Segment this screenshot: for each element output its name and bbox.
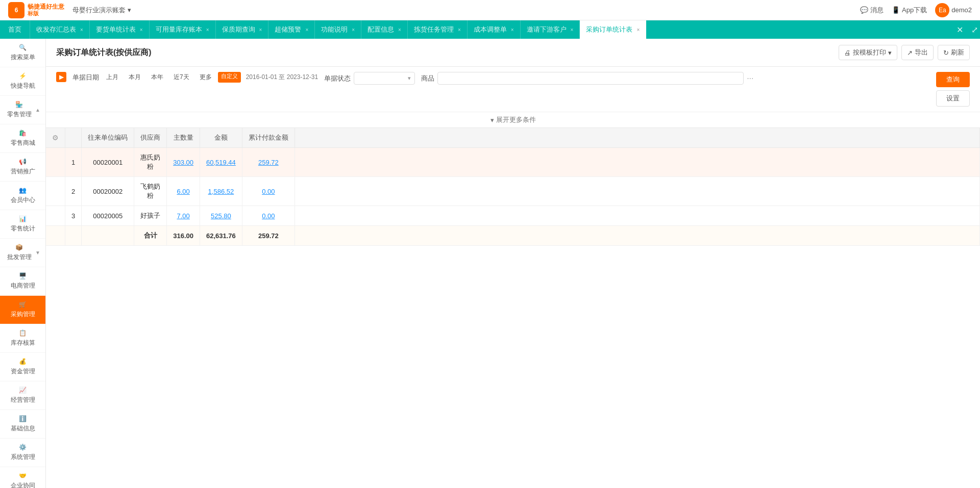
sidebar-item-retail-mgmt[interactable]: 🏪 零售管理 ▲ <box>0 96 45 124</box>
logo-icon: 6 <box>8 2 24 18</box>
sidebar-item-search[interactable]: 🔍 搜索菜单 <box>0 39 45 67</box>
date-shortcuts: 上月 本月 本年 近7天 更多 自定义 <box>102 72 241 83</box>
sidebar-item-basic-info[interactable]: ℹ️ 基础信息 <box>0 410 45 439</box>
shortcut-last-month[interactable]: 上月 <box>102 72 122 83</box>
status-select[interactable] <box>354 72 415 85</box>
sidebar-item-ecommerce[interactable]: 🖥️ 电商管理 <box>0 267 45 296</box>
nav-expand-button[interactable]: ⤢ <box>969 23 980 37</box>
shortcut-this-year[interactable]: 本年 <box>147 72 167 83</box>
shortcut-7-days[interactable]: 近7天 <box>169 72 193 83</box>
custom-badge[interactable]: 自定义 <box>218 72 241 83</box>
row-qty[interactable]: 7.00 <box>167 206 200 226</box>
col-header-supplier: 供应商 <box>134 128 167 148</box>
tab-shoufacun[interactable]: 收发存汇总表 × <box>30 20 90 39</box>
ecommerce-icon: 🖥️ <box>19 272 27 279</box>
row-code: 00020001 <box>82 148 134 177</box>
tab-peizhi[interactable]: 配置信息 × <box>361 20 408 39</box>
settings-button[interactable]: 设置 <box>936 90 970 107</box>
refresh-button[interactable]: ↻ 刷新 <box>938 45 970 60</box>
row-supplier: 惠氏奶粉 <box>134 148 167 177</box>
tab-chengben[interactable]: 成本调整单 × <box>468 20 521 39</box>
data-table: ⚙ 往来单位编码 供应商 主数量 金额 累计付款金额 1 <box>46 128 980 246</box>
app-download-label: App下载 <box>902 6 927 15</box>
tab-yaoqing[interactable]: 邀请下游客户 × <box>521 20 580 39</box>
tab-jianhuo[interactable]: 拣货任务管理 × <box>408 20 468 39</box>
more-options-icon[interactable]: ··· <box>747 74 753 83</box>
col-header-qty: 主数量 <box>167 128 200 148</box>
export-button[interactable]: ↗ 导出 <box>901 45 934 60</box>
status-filter: 单据状态 <box>324 72 415 85</box>
expand-more-button[interactable]: ▾ 展开更多条件 <box>491 115 536 124</box>
tab-chaochuyujing[interactable]: 超储预警 × <box>268 20 315 39</box>
table-row: 3 00020005 好孩子 7.00 525.80 0.00 <box>46 206 980 226</box>
footer-index <box>65 226 82 246</box>
row-index: 2 <box>65 177 82 206</box>
collab-icon: 🤝 <box>19 472 27 479</box>
sidebar-item-finance[interactable]: 💰 资金管理 <box>0 353 45 381</box>
settings-gear-icon[interactable]: ⚙ <box>52 134 59 142</box>
row-amount[interactable]: 1,586.52 <box>200 177 242 206</box>
sidebar-item-collab[interactable]: 🤝 企业协同 <box>0 467 45 488</box>
tab-yaohuo[interactable]: 要货单统计表 × <box>90 20 150 39</box>
close-icon[interactable]: × <box>636 27 640 33</box>
shortcut-this-month[interactable]: 本月 <box>125 72 145 83</box>
sidebar-item-quicknav[interactable]: ⚡ 快捷导航 <box>0 67 45 96</box>
close-icon[interactable]: × <box>206 27 209 33</box>
quick-nav-icon: ⚡ <box>19 72 27 80</box>
close-icon[interactable]: × <box>80 27 83 33</box>
sidebar-item-wholesale[interactable]: 📦 批发管理 ▼ <box>0 239 45 267</box>
close-icon[interactable]: × <box>398 27 401 33</box>
message-button[interactable]: 💬 消息 <box>860 6 884 15</box>
row-qty[interactable]: 6.00 <box>167 177 200 206</box>
tab-caigou-active[interactable]: 采购订单统计表 × <box>580 20 646 39</box>
close-icon[interactable]: × <box>140 27 143 33</box>
close-icon[interactable]: × <box>352 27 355 33</box>
member-icon: 👥 <box>19 187 27 194</box>
col-header-settings: ⚙ <box>46 128 65 148</box>
org-selector[interactable]: 母婴行业演示账套 ▾ <box>68 4 135 17</box>
sidebar-item-marketing[interactable]: 📢 营销推广 <box>0 153 45 182</box>
template-print-button[interactable]: 🖨 按模板打印 ▾ <box>839 45 897 60</box>
row-paid[interactable]: 0.00 <box>242 206 295 226</box>
goods-filter-label: 商品 <box>421 74 434 83</box>
close-icon[interactable]: × <box>259 27 262 33</box>
user-profile[interactable]: Ea demo2 <box>935 3 972 17</box>
footer-amount: 62,631.76 <box>200 226 242 246</box>
row-empty <box>295 206 979 226</box>
operation-icon: 📈 <box>19 387 27 394</box>
tab-baozhi[interactable]: 保质期查询 × <box>216 20 269 39</box>
close-icon[interactable]: × <box>571 27 574 33</box>
export-icon: ↗ <box>907 49 913 57</box>
sidebar-item-operation[interactable]: 📈 经营管理 <box>0 381 45 410</box>
app-download-button[interactable]: 📱 App下载 <box>892 6 927 15</box>
row-paid[interactable]: 259.72 <box>242 148 295 177</box>
close-icon[interactable]: × <box>511 27 514 33</box>
close-icon[interactable]: × <box>458 27 461 33</box>
top-bar: 6 畅捷通好生意 标版 母婴行业演示账套 ▾ 💬 消息 📱 App下载 Ea d… <box>0 0 980 20</box>
username: demo2 <box>951 6 972 14</box>
expand-more-row: ▾ 展开更多条件 <box>46 112 980 127</box>
row-qty[interactable]: 303.00 <box>167 148 200 177</box>
row-paid[interactable]: 0.00 <box>242 177 295 206</box>
tab-keyongliang[interactable]: 可用量库存账本 × <box>150 20 216 39</box>
expand-toggle-button[interactable]: ▶ <box>56 72 66 82</box>
row-amount[interactable]: 525.80 <box>200 206 242 226</box>
sidebar-item-system[interactable]: ⚙️ 系统管理 <box>0 439 45 467</box>
tab-home[interactable]: 首页 <box>0 20 30 39</box>
tab-gongneng[interactable]: 功能说明 × <box>315 20 361 39</box>
sidebar-item-purchase[interactable]: 🛒 采购管理 <box>0 296 45 324</box>
close-icon[interactable]: × <box>305 27 308 33</box>
goods-input[interactable] <box>437 72 744 85</box>
sidebar-item-inventory[interactable]: 📋 库存核算 <box>0 324 45 353</box>
nav-close-button[interactable]: ✕ <box>954 23 965 37</box>
status-filter-label: 单据状态 <box>324 74 351 83</box>
col-header-empty <box>295 128 979 148</box>
col-header-paid: 累计付款金额 <box>242 128 295 148</box>
sidebar-item-retail-stats[interactable]: 📊 零售统计 <box>0 210 45 239</box>
query-button[interactable]: 查询 <box>936 72 970 87</box>
sidebar-item-member[interactable]: 👥 会员中心 <box>0 182 45 210</box>
sidebar-item-retail-mall[interactable]: 🛍️ 零售商城 <box>0 124 45 153</box>
system-icon: ⚙️ <box>19 444 27 451</box>
row-amount[interactable]: 60,519.44 <box>200 148 242 177</box>
shortcut-more[interactable]: 更多 <box>195 72 216 83</box>
